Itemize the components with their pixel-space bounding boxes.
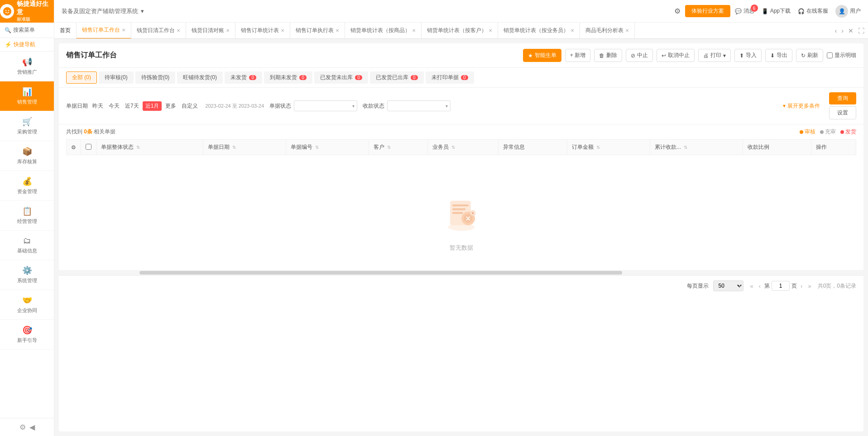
filter-tab-wangpu[interactable]: 旺铺待发货(0) bbox=[177, 71, 223, 84]
quick-nav-text[interactable]: 快捷导航 bbox=[14, 41, 35, 48]
filter-tab-overdue-not-shipped[interactable]: 到期未发货 0 bbox=[264, 71, 312, 84]
sidebar-item-guide[interactable]: 🎯 新手引导 bbox=[0, 320, 54, 350]
sidebar-item-finance[interactable]: 💰 资金管理 bbox=[0, 171, 54, 201]
new-btn[interactable]: + 新增 bbox=[565, 49, 590, 62]
filter-tab-pending-review[interactable]: 待审核(0) bbox=[99, 71, 134, 84]
page-prev-btn[interactable]: ‹ bbox=[757, 282, 762, 290]
summary-text: 共找到 0条 相关单据 bbox=[66, 128, 115, 136]
user-menu[interactable]: 👤 用户 bbox=[835, 5, 861, 18]
close-tab-icon[interactable]: ✕ bbox=[489, 28, 492, 33]
col-checkbox-header[interactable] bbox=[81, 140, 96, 155]
status-select[interactable] bbox=[294, 100, 357, 111]
tab-gross-margin[interactable]: 商品毛利分析表 ✕ bbox=[580, 23, 635, 39]
export-btn[interactable]: ⬇ 导出 bbox=[765, 49, 792, 62]
export-icon: ⬇ bbox=[770, 52, 775, 59]
review-action-btn[interactable]: 审核 bbox=[800, 128, 815, 136]
filter-tab-shipped-out[interactable]: 已发货已出库 0 bbox=[370, 71, 424, 84]
tab-fullscreen-icon[interactable]: ⛶ bbox=[856, 25, 866, 36]
tab-sales-workbench[interactable]: 销售订单工作台 ✕ bbox=[77, 23, 131, 39]
tab-prev-icon[interactable]: ‹ bbox=[833, 25, 839, 36]
stop-btn[interactable]: ⊘ 中止 bbox=[626, 49, 653, 62]
sort-number-icon[interactable]: ⇅ bbox=[315, 145, 319, 150]
sidebar-item-marketing[interactable]: 📢 营销推广 bbox=[0, 52, 54, 81]
filter-tab-shipped-not-out[interactable]: 已发货未出库 0 bbox=[314, 71, 368, 84]
filter-tab-not-shipped[interactable]: 未发货 0 bbox=[225, 71, 262, 84]
delete-btn[interactable]: 🗑 删除 bbox=[594, 49, 622, 62]
select-all-checkbox[interactable] bbox=[86, 144, 91, 150]
sort-staff-icon[interactable]: ⇅ bbox=[451, 145, 455, 150]
close-tab-icon[interactable]: ✕ bbox=[571, 28, 574, 33]
scroll-thumb[interactable] bbox=[139, 271, 622, 275]
close-tab-icon[interactable]: ✕ bbox=[412, 28, 416, 33]
query-btn[interactable]: 查询 bbox=[829, 92, 856, 104]
date-opt-today[interactable]: 今天 bbox=[107, 101, 121, 111]
ship-action-btn[interactable]: 发货 bbox=[840, 128, 856, 136]
filter-tab-pending-inspect[interactable]: 待拣验货(0) bbox=[135, 71, 176, 84]
page-size-select[interactable]: 50 10 20 100 bbox=[713, 280, 743, 291]
deduct-action-btn[interactable]: 充审 bbox=[820, 128, 836, 136]
tab-close-all-icon[interactable]: ✕ bbox=[846, 25, 855, 36]
close-tab-icon[interactable]: ✕ bbox=[122, 28, 125, 33]
show-detail-checkbox-wrap[interactable]: 显示明细 bbox=[827, 52, 856, 59]
filter-tab-not-printed[interactable]: 未打印单据 0 bbox=[426, 71, 474, 84]
page-number-input[interactable] bbox=[772, 281, 790, 291]
tab-cash-reconcile[interactable]: 钱货日清对账 ✕ bbox=[186, 23, 235, 39]
sort-date-icon[interactable]: ⇅ bbox=[232, 145, 236, 150]
search-menu[interactable]: 🔍 搜索菜单 bbox=[0, 23, 54, 38]
tab-sales-staff-stats[interactable]: 销货单统计表（按业务员） ✕ bbox=[498, 23, 580, 39]
page-first-btn[interactable]: « bbox=[748, 282, 755, 290]
sidebar-item-operations[interactable]: 📋 经营管理 bbox=[0, 201, 54, 231]
topbar-settings-icon[interactable]: ⚙ bbox=[674, 7, 681, 15]
refresh-btn[interactable]: ↻ 刷新 bbox=[796, 49, 823, 62]
tab-sales-product-stats[interactable]: 销货单统计表（按商品） ✕ bbox=[345, 23, 422, 39]
sidebar-item-purchase[interactable]: 🛒 采购管理 bbox=[0, 111, 54, 141]
tab-sales-stats[interactable]: 销售订单统计表 ✕ bbox=[235, 23, 290, 39]
sort-amount-icon[interactable]: ⇅ bbox=[596, 145, 600, 150]
system-dropdown[interactable]: ▾ bbox=[141, 8, 144, 14]
date-opt-1month[interactable]: 近1月 bbox=[143, 101, 162, 111]
tab-home[interactable]: 首页 bbox=[54, 23, 77, 39]
app-download-btn[interactable]: 📱 App下载 bbox=[762, 7, 791, 15]
expand-conditions-btn[interactable]: ▾ 展开更多条件 bbox=[783, 102, 820, 110]
horizontal-scrollbar[interactable] bbox=[59, 270, 863, 275]
print-btn[interactable]: 🖨 打印 ▾ bbox=[698, 49, 731, 62]
experience-btn[interactable]: 体验行业方案 bbox=[685, 5, 730, 17]
sort-collected-icon[interactable]: ⇅ bbox=[684, 145, 687, 150]
filter-tab-all[interactable]: 全部 (0) bbox=[66, 71, 97, 84]
message-btn[interactable]: 💬 消息 6 bbox=[735, 7, 754, 15]
sidebar-item-system[interactable]: ⚙️ 系统管理 bbox=[0, 260, 54, 290]
sort-status-icon[interactable]: ⇅ bbox=[136, 145, 140, 150]
settings-btn[interactable]: 设置 bbox=[829, 106, 856, 119]
sidebar-item-sales[interactable]: 📊 销售管理 bbox=[0, 81, 54, 111]
tab-cash-daily[interactable]: 钱货日清工作台 ✕ bbox=[131, 23, 186, 39]
date-opt-more[interactable]: 更多 bbox=[163, 101, 178, 111]
tab-sales-exec[interactable]: 销售订单执行表 ✕ bbox=[290, 23, 345, 39]
settings-bottom-icon[interactable]: ⚙ bbox=[19, 423, 26, 431]
date-opt-yesterday[interactable]: 昨天 bbox=[91, 101, 105, 111]
collapse-icon[interactable]: ◀ bbox=[29, 423, 35, 431]
sidebar-item-label: 企业协同 bbox=[17, 307, 37, 314]
sort-customer-icon[interactable]: ⇅ bbox=[387, 145, 391, 150]
close-tab-icon[interactable]: ✕ bbox=[281, 28, 284, 33]
page-next-btn[interactable]: › bbox=[799, 282, 804, 290]
close-tab-icon[interactable]: ✕ bbox=[177, 28, 180, 33]
date-opt-7days[interactable]: 近7天 bbox=[123, 101, 141, 111]
import-btn[interactable]: ⬆ 导入 bbox=[734, 49, 762, 62]
online-service-btn[interactable]: 🎧 在线客服 bbox=[798, 7, 828, 15]
sidebar-item-inventory[interactable]: 📦 库存核算 bbox=[0, 141, 54, 171]
sidebar-item-enterprise[interactable]: 🤝 企业协同 bbox=[0, 290, 54, 320]
collect-select[interactable] bbox=[387, 100, 451, 111]
smart-create-btn[interactable]: ★ 智能生单 bbox=[523, 49, 561, 62]
show-detail-checkbox[interactable] bbox=[827, 52, 833, 58]
cancel-stop-btn[interactable]: ↩ 取消中止 bbox=[657, 49, 695, 62]
page-last-btn[interactable]: » bbox=[806, 282, 813, 290]
tab-sales-customer-stats[interactable]: 销货单统计表（按客户） ✕ bbox=[422, 23, 498, 39]
date-opt-custom[interactable]: 自定义 bbox=[180, 101, 200, 111]
close-tab-icon[interactable]: ✕ bbox=[336, 28, 339, 33]
tab-next-icon[interactable]: › bbox=[839, 25, 845, 36]
close-tab-icon[interactable]: ✕ bbox=[625, 28, 629, 33]
quick-nav-label[interactable]: ⚡ bbox=[5, 41, 12, 48]
col-settings-header[interactable]: ⚙ bbox=[67, 140, 81, 155]
close-tab-icon[interactable]: ✕ bbox=[226, 28, 230, 33]
sidebar-item-basic-info[interactable]: 🗂 基础信息 bbox=[0, 231, 54, 260]
